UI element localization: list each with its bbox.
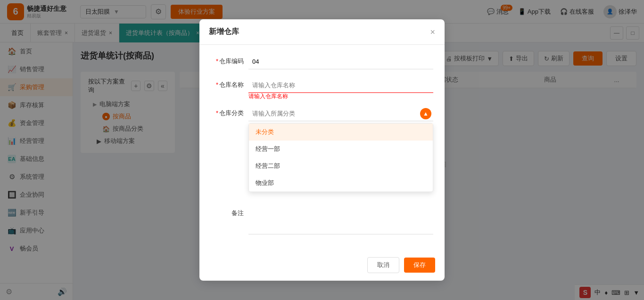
remark-label: 备注 [211, 206, 248, 217]
code-label: 仓库编码 [211, 54, 248, 66]
name-input[interactable] [248, 78, 433, 93]
form-row-code: 仓库编码 [211, 54, 433, 69]
new-warehouse-modal: 新增仓库 × 仓库编码 仓库名称 请输入仓库名称 仓库分类 [199, 19, 445, 281]
code-input[interactable] [248, 54, 433, 69]
dropdown-item-1[interactable]: 经营一部 [249, 141, 433, 158]
form-row-remark: 备注 [211, 206, 433, 234]
category-input[interactable] [248, 106, 433, 121]
category-select-wrap: ▲ 未分类 经营一部 经营二部 物业部 [248, 106, 433, 121]
form-row-name: 仓库名称 请输入仓库名称 [211, 78, 433, 93]
category-label: 仓库分类 [211, 106, 248, 117]
dropdown-item-3[interactable]: 物业部 [249, 175, 433, 192]
modal-overlay[interactable]: 新增仓库 × 仓库编码 仓库名称 请输入仓库名称 仓库分类 [0, 0, 644, 300]
dropdown-item-2[interactable]: 经营二部 [249, 158, 433, 175]
dropdown-item-0[interactable]: 未分类 [249, 124, 433, 141]
name-label: 仓库名称 [211, 78, 248, 89]
modal-title: 新增仓库 [209, 27, 239, 37]
cancel-button[interactable]: 取消 [367, 257, 399, 273]
save-button[interactable]: 保存 [404, 258, 435, 273]
form-row-category: 仓库分类 ▲ 未分类 经营一部 经营二部 物业部 [211, 106, 433, 121]
category-dropdown-list: 未分类 经营一部 经营二部 物业部 [248, 123, 433, 192]
category-dropdown-btn[interactable]: ▲ [420, 108, 431, 119]
name-error-msg: 请输入仓库名称 [248, 92, 288, 100]
modal-close-btn[interactable]: × [430, 28, 435, 36]
modal-header: 新增仓库 × [199, 19, 445, 45]
modal-footer: 取消 保存 [199, 252, 445, 281]
remark-textarea[interactable] [248, 206, 433, 234]
modal-body: 仓库编码 仓库名称 请输入仓库名称 仓库分类 ▲ 未分类 [199, 45, 445, 252]
